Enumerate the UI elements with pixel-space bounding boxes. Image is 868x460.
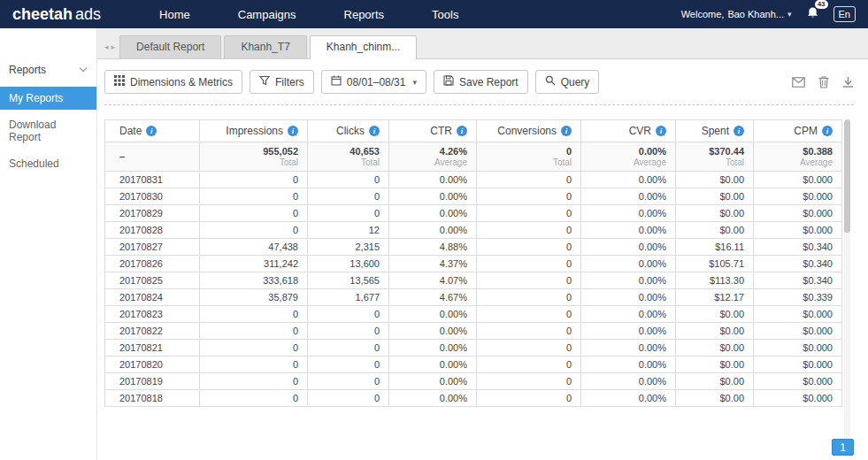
info-icon[interactable]: i: [146, 126, 157, 136]
scrollbar-thumb[interactable]: [844, 119, 850, 233]
value-cell: 0.00%: [581, 172, 676, 188]
value-cell: 47,438: [200, 239, 308, 256]
tab-khanh-t7[interactable]: Khanh_T7: [224, 35, 306, 58]
value-cell: 0: [477, 222, 581, 239]
value-cell: 0.00%: [581, 188, 676, 205]
table-row: 20170823000.00%00.00%$0.00$0.000: [105, 306, 842, 323]
chevron-down-icon: [80, 65, 87, 72]
funnel-icon: [259, 75, 270, 88]
column-header-cvr: CVRi: [581, 120, 676, 142]
value-cell: 0: [477, 306, 581, 323]
download-icon[interactable]: [842, 76, 854, 88]
info-icon[interactable]: i: [288, 126, 298, 136]
nav-item-reports[interactable]: Reports: [344, 8, 385, 21]
table-row: 2017082747,4382,3154.88%00.00%$16.11$0.3…: [105, 239, 842, 256]
value-cell: $16.11: [676, 239, 754, 256]
info-icon[interactable]: i: [561, 126, 572, 136]
value-cell: $0.000: [754, 205, 842, 222]
column-label: Spent: [702, 125, 729, 137]
tab-default-report[interactable]: Default Report: [119, 35, 221, 58]
nav-item-home[interactable]: Home: [159, 8, 190, 21]
value-cell: $0.000: [754, 340, 842, 356]
value-cell: $0.00: [676, 172, 754, 188]
column-label: Date: [119, 125, 142, 137]
column-header-impressions: Impressionsi: [200, 120, 308, 142]
value-cell: 0.00%: [581, 222, 676, 239]
sidebar-section-reports[interactable]: Reports: [0, 58, 96, 87]
brand-logo[interactable]: cheetahads: [12, 5, 101, 24]
value-cell: $0.339: [754, 289, 842, 306]
table-body: –955,052Total40,653Total4.26%Average0Tot…: [105, 142, 842, 407]
value-cell: 0: [200, 222, 308, 239]
table-row: 2017082435,8791,6774.67%00.00%$12.17$0.3…: [105, 289, 842, 306]
value-cell: 311,242: [200, 256, 308, 272]
trash-icon[interactable]: [818, 76, 829, 88]
column-label: Impressions: [226, 125, 283, 137]
column-header-clicks: Clicksi: [308, 120, 389, 142]
notifications-button[interactable]: 43: [806, 6, 819, 23]
main-nav: HomeCampaignsReportsTools: [159, 8, 458, 21]
welcome-label: Welcome,: [681, 9, 725, 19]
page-1-button[interactable]: 1: [832, 439, 854, 456]
tab-scroll-right-icon[interactable]: ▸: [111, 42, 116, 51]
notification-badge: 43: [815, 0, 828, 9]
info-icon[interactable]: i: [369, 126, 380, 136]
nav-item-campaigns[interactable]: Campaigns: [238, 8, 296, 21]
tab-scroll-left-icon[interactable]: ◂: [104, 42, 109, 51]
value-cell: 0: [308, 205, 389, 222]
sidebar-item-download-report[interactable]: Download Report: [0, 113, 96, 149]
date-range-button[interactable]: 08/01–08/31 ▾: [321, 70, 426, 94]
value-cell: $0.340: [754, 272, 842, 289]
value-cell: 0.00%: [581, 306, 676, 323]
sidebar-item-my-reports[interactable]: My Reports: [0, 87, 96, 110]
totals-cell: 0.00%Average: [581, 142, 676, 172]
value-cell: $0.00: [676, 356, 754, 373]
info-icon[interactable]: i: [734, 126, 744, 136]
column-header-cpm: CPMi: [754, 120, 842, 142]
totals-date-cell: –: [105, 142, 200, 172]
column-header-date: Datei: [105, 120, 200, 142]
value-cell: 0: [308, 188, 389, 205]
report-table-wrap: DateiImpressionsiClicksiCTRiConversionsi…: [104, 119, 868, 407]
date-cell: 20170827: [105, 239, 200, 256]
info-icon[interactable]: i: [457, 126, 467, 136]
table-scrollbar[interactable]: [844, 119, 850, 442]
value-cell: 0.00%: [389, 373, 477, 390]
user-menu[interactable]: Welcome, Bao Khanh... ▾: [681, 9, 792, 19]
value-cell: $0.000: [754, 188, 842, 205]
filters-button[interactable]: Filters: [250, 70, 314, 94]
language-switcher[interactable]: En: [833, 6, 856, 22]
sidebar-item-scheduled[interactable]: Scheduled: [0, 152, 96, 175]
totals-cell: 4.26%Average: [389, 142, 477, 172]
nav-item-tools[interactable]: Tools: [432, 8, 458, 21]
value-cell: 0: [200, 340, 308, 356]
value-cell: 35,879: [200, 289, 308, 306]
value-cell: $0.00: [676, 306, 754, 323]
main-content: ◂ ▸ Default ReportKhanh_T7Khanh_chinm...…: [97, 28, 868, 460]
date-cell: 20170826: [105, 256, 200, 272]
info-icon[interactable]: i: [656, 126, 666, 136]
totals-cell: 40,653Total: [308, 142, 389, 172]
envelope-icon[interactable]: [792, 77, 805, 88]
value-cell: 0: [477, 323, 581, 340]
value-cell: 0.00%: [389, 188, 477, 205]
tab-khanh-chinm[interactable]: Khanh_chinm...: [310, 35, 417, 59]
toolbar-divider: [104, 104, 854, 105]
value-cell: 0: [200, 323, 308, 340]
column-label: Clicks: [336, 125, 365, 137]
value-cell: 0: [308, 390, 389, 407]
navbar-right: Welcome, Bao Khanh... ▾ 43 En: [681, 6, 856, 23]
table-row: 20170820000.00%00.00%$0.00$0.000: [105, 356, 842, 373]
column-header-spent: Spenti: [676, 120, 754, 142]
date-cell: 20170822: [105, 323, 200, 340]
dimensions-metrics-button[interactable]: Dimensions & Metrics: [104, 70, 242, 94]
date-cell: 20170823: [105, 306, 200, 323]
value-cell: 0: [477, 205, 581, 222]
table-row: 20170826311,24213,6004.37%00.00%$105.71$…: [105, 256, 842, 272]
value-cell: 0.00%: [389, 323, 477, 340]
value-cell: 1,677: [308, 289, 389, 306]
query-button[interactable]: Query: [535, 70, 600, 94]
info-icon[interactable]: i: [822, 126, 833, 136]
save-report-button[interactable]: Save Report: [434, 70, 528, 94]
value-cell: $0.000: [754, 222, 842, 239]
